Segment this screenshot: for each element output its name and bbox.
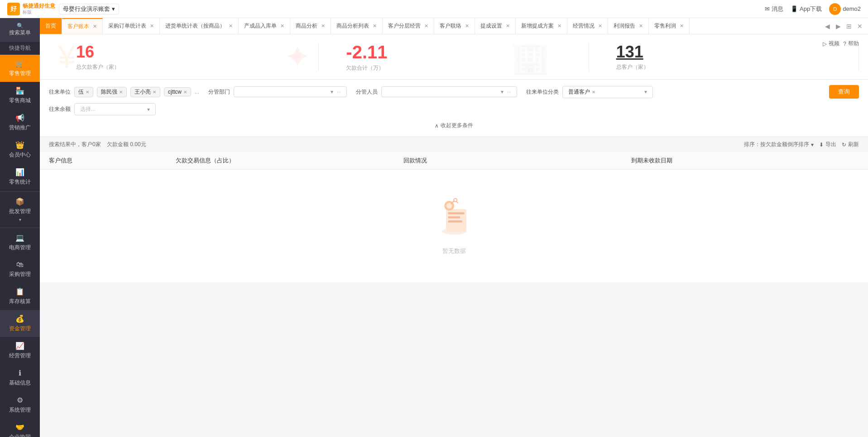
sidebar-item-marketing[interactable]: 📢 营销推广 <box>0 109 40 136</box>
remove-unit-class[interactable]: ✕ <box>592 90 595 95</box>
filter-tag-wu: 伍 ✕ <box>74 87 93 97</box>
sidebar-item-operations[interactable]: 📈 经营管理 <box>0 337 40 364</box>
remove-tag-wu[interactable]: ✕ <box>86 90 89 95</box>
balance-select[interactable]: 选择... ▾ <box>74 103 156 115</box>
filter-more-btn[interactable]: ... <box>195 89 199 95</box>
topbar-right: ✉ 消息 📱 App下载 D demo2 <box>765 3 861 15</box>
filter-row-1: 往来单位 伍 ✕ 陈民强 ✕ 王小亮 ✕ cjttcw <box>49 85 859 99</box>
logo-icon: 好 <box>7 3 20 15</box>
retail-manage-icon: 🛒 <box>15 59 24 68</box>
remove-tag-cj[interactable]: ✕ <box>183 90 187 95</box>
sidebar-item-ecommerce[interactable]: 💻 电商管理 <box>0 229 40 256</box>
sidebar-item-retail-stats[interactable]: 📊 零售统计 <box>0 163 40 190</box>
refresh-icon: ↻ <box>842 142 846 148</box>
marketing-icon: 📢 <box>15 114 24 122</box>
sidebar-item-retail-manage[interactable]: 🛒 零售管理 <box>0 55 40 82</box>
tab-commission-settings[interactable]: 提成设置 ✕ <box>475 18 516 34</box>
tab-new-commission[interactable]: 新增提成方案 ✕ <box>516 18 567 34</box>
sidebar-item-retail-mall[interactable]: 🏪 零售商城 <box>0 82 40 109</box>
remove-tag-wang[interactable]: ✕ <box>153 90 156 95</box>
help-btn[interactable]: ? 帮助 <box>843 40 859 48</box>
sidebar-item-inventory[interactable]: 📋 库存核算 <box>0 283 40 310</box>
tab-close-icon[interactable]: ✕ <box>424 23 428 29</box>
tab-close-icon[interactable]: ✕ <box>557 23 561 29</box>
system-icon: ⚙ <box>17 396 23 404</box>
unit-class-select[interactable]: 普通客户 ✕ ▾ <box>562 86 653 98</box>
tab-close-icon[interactable]: ✕ <box>373 23 377 29</box>
tab-close-icon[interactable]: ✕ <box>93 24 97 29</box>
person-select-arrow: ▾ <box>501 89 504 95</box>
sort-select[interactable]: 排序：按欠款金额倒序排序 ▾ <box>744 141 814 148</box>
person-label: 分管人员 <box>356 88 378 96</box>
purchase-icon: 🛍 <box>16 261 24 269</box>
tab-product-list[interactable]: 商品分析列表 ✕ <box>331 18 383 34</box>
tab-profit-report[interactable]: 利润报告 ✕ <box>608 18 649 34</box>
finance-icon: 💰 <box>15 314 24 323</box>
tab-customer-contact[interactable]: 客户联络 ✕ <box>434 18 475 34</box>
balance-arrow: ▾ <box>147 106 150 113</box>
sidebar-item-wholesale[interactable]: 📦 批发管理 ▾ <box>0 193 40 227</box>
sidebar-item-enterprise[interactable]: 🤝 企业协同 <box>0 418 40 437</box>
tab-bar-controls: ◀ ▶ ⊞ ✕ <box>823 22 868 31</box>
sidebar-search[interactable]: 🔍 搜索菜单 <box>0 18 40 42</box>
tab-customer-ops[interactable]: 客户分层经营 ✕ <box>383 18 434 34</box>
tab-retail-profit[interactable]: 零售利润 ✕ <box>649 18 690 34</box>
user-avatar[interactable]: D demo2 <box>829 3 861 15</box>
sidebar-item-purchase[interactable]: 🛍 采购管理 <box>0 256 40 283</box>
tab-expand-btn[interactable]: ⊞ <box>844 22 854 31</box>
page-content: ¥ ✦ 🏢 16 总欠款客户（家） -2.11 欠款合计（万） 131 总客户（… <box>40 34 868 437</box>
tab-close-icon[interactable]: ✕ <box>229 23 233 29</box>
dept-label: 分管部门 <box>208 88 230 96</box>
tab-production-inbound[interactable]: 产成品入库单 ✕ <box>239 18 290 34</box>
sidebar-item-member-center[interactable]: 👑 会员中心 <box>0 136 40 163</box>
query-button[interactable]: 查询 <box>829 85 859 99</box>
dept-select[interactable]: ▾ ··· <box>234 86 347 97</box>
dept-select-arrow: ▾ <box>331 89 333 95</box>
filter-tag-chen: 陈民强 ✕ <box>97 87 127 97</box>
export-btn[interactable]: ⬇ 导出 <box>819 141 836 148</box>
sidebar-item-finance[interactable]: 💰 资金管理 <box>0 310 40 337</box>
collapse-btn[interactable]: ∧ 收起更多条件 <box>433 120 475 131</box>
tab-close-icon[interactable]: ✕ <box>506 23 510 29</box>
refresh-btn[interactable]: ↻ 刷新 <box>842 141 859 148</box>
svg-rect-2 <box>448 212 464 214</box>
tab-close-icon[interactable]: ✕ <box>598 23 602 29</box>
tab-product-analysis[interactable]: 商品分析 ✕ <box>290 18 331 34</box>
tab-inbound-stats[interactable]: 进货单统计表（按商品） ✕ <box>160 18 239 34</box>
sidebar-quick-nav[interactable]: 快捷导航 <box>0 42 40 55</box>
avatar-icon: D <box>829 3 841 15</box>
tab-prev-btn[interactable]: ◀ <box>823 22 832 31</box>
basic-info-icon: ℹ <box>19 369 21 377</box>
stats-banner: ¥ ✦ 🏢 16 总欠款客户（家） -2.11 欠款合计（万） 131 总客户（… <box>40 34 868 80</box>
logo-text: 畅捷通好生意 标版 <box>23 3 55 14</box>
tab-close-icon[interactable]: ✕ <box>150 23 154 29</box>
video-btn[interactable]: ▷ 视频 <box>823 40 839 48</box>
tab-close-icon[interactable]: ✕ <box>465 23 469 29</box>
retail-stats-icon: 📊 <box>15 168 24 176</box>
tab-next-btn[interactable]: ▶ <box>834 22 843 31</box>
ecommerce-icon: 💻 <box>15 233 24 242</box>
collapse-icon: ∧ <box>435 123 439 129</box>
tab-close-icon[interactable]: ✕ <box>280 23 284 29</box>
tab-home[interactable]: 首页 <box>40 18 62 34</box>
chevron-down-icon: ▾ <box>112 5 115 12</box>
tab-close-icon[interactable]: ✕ <box>639 23 643 29</box>
sidebar-divider-2 <box>0 228 40 228</box>
message-icon: ✉ <box>765 5 770 12</box>
tab-purchase-stats[interactable]: 采购订单统计表 ✕ <box>103 18 160 34</box>
message-btn[interactable]: ✉ 消息 <box>765 5 783 13</box>
remove-tag-chen[interactable]: ✕ <box>119 90 123 95</box>
sidebar-item-basic-info[interactable]: ℹ 基础信息 <box>0 364 40 391</box>
stat-total-customers-label: 总欠款客户（家） <box>76 63 120 71</box>
tab-close-icon[interactable]: ✕ <box>680 23 684 29</box>
tab-customer-ledger[interactable]: 客户账本 ✕ <box>62 18 103 34</box>
retail-mall-icon: 🏪 <box>15 86 24 95</box>
sidebar-item-system[interactable]: ⚙ 系统管理 <box>0 391 40 418</box>
tab-close-all-btn[interactable]: ✕ <box>855 22 864 31</box>
tab-business-status[interactable]: 经营情况 ✕ <box>567 18 608 34</box>
account-selector[interactable]: 母婴行业演示账套 ▾ <box>59 4 119 14</box>
person-select[interactable]: ▾ ··· <box>381 86 517 97</box>
results-summary: 搜索结果中，客户0家 欠款金额 0.00元 <box>49 141 146 148</box>
app-download-btn[interactable]: 📱 App下载 <box>791 5 822 13</box>
tab-close-icon[interactable]: ✕ <box>321 23 325 29</box>
